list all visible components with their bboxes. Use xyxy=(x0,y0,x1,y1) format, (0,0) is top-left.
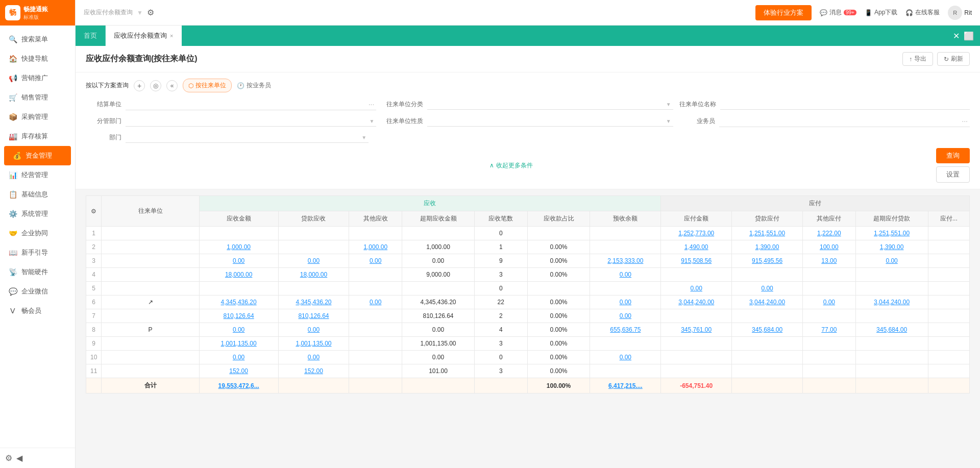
cell-other-ar[interactable] xyxy=(349,364,402,378)
add-scheme-button[interactable]: + xyxy=(134,80,145,91)
cell-loan-ap[interactable] xyxy=(732,351,803,364)
cell-other-ar[interactable] xyxy=(349,323,402,337)
cell-ap[interactable] xyxy=(661,268,732,282)
cell-loan-ap[interactable]: 1,390.00 xyxy=(732,240,803,254)
cell-prepay[interactable] xyxy=(590,282,661,295)
sidebar-item-nav[interactable]: 🏠快捷导航 xyxy=(0,49,75,68)
cell-ap[interactable]: 345,761.00 xyxy=(661,323,732,337)
scheme-by-staff[interactable]: 🕐 按业务员 xyxy=(237,81,271,90)
cell-ar[interactable]: 0.00 xyxy=(199,254,278,268)
cell-ar[interactable]: 18,000.00 xyxy=(199,268,278,282)
tab-maximize-icon[interactable]: ⬜ xyxy=(964,31,974,41)
cell-prepay[interactable]: 0.00 xyxy=(590,295,661,309)
cell-overdue-ap[interactable] xyxy=(855,309,928,323)
cell-other-ar[interactable] xyxy=(349,227,402,240)
cell-overdue-ap[interactable]: 1,390.00 xyxy=(855,240,928,254)
sidebar-item-coop[interactable]: 🤝企业协同 xyxy=(0,224,75,243)
salesman-input[interactable] xyxy=(721,117,962,125)
cell-loan-ar[interactable]: 0.00 xyxy=(278,323,349,337)
app-download-group[interactable]: 📱 App下载 xyxy=(865,8,897,17)
cell-loan-ar[interactable]: 0.00 xyxy=(278,351,349,364)
cell-other-ap[interactable]: 0.00 xyxy=(802,295,855,309)
sidebar-item-inventory[interactable]: 🏭库存核算 xyxy=(0,127,75,146)
target-icon-button[interactable]: ◎ xyxy=(150,80,161,91)
cell-other-ap[interactable]: 1,222.00 xyxy=(802,227,855,240)
cell-ar[interactable]: 4,345,436.20 xyxy=(199,295,278,309)
service-group[interactable]: 🎧 在线客服 xyxy=(905,8,940,17)
cell-other-ap[interactable]: 100.00 xyxy=(802,240,855,254)
sidebar-collapse-icon[interactable]: ◀ xyxy=(16,453,22,463)
cell-ap[interactable]: 1,490.00 xyxy=(661,240,732,254)
cell-prepay[interactable]: 2,153,333.00 xyxy=(590,254,661,268)
cell-ap[interactable]: 0.00 xyxy=(661,282,732,295)
partnername-input[interactable] xyxy=(722,101,968,108)
cell-loan-ap[interactable] xyxy=(732,337,803,351)
classify-select[interactable]: ▼ xyxy=(427,99,673,110)
cell-other-ar[interactable] xyxy=(349,268,402,282)
setting-button[interactable]: 设置 xyxy=(936,166,970,183)
cell-ap[interactable]: 3,044,240.00 xyxy=(661,295,732,309)
cell-ar[interactable]: 0.00 xyxy=(199,323,278,337)
tab-close-icon[interactable]: × xyxy=(170,33,173,39)
sidebar-item-marketing[interactable]: 📢营销推广 xyxy=(0,68,75,88)
cell-loan-ap[interactable] xyxy=(732,309,803,323)
cell-other-ap[interactable]: 77.00 xyxy=(802,323,855,337)
sidebar-item-guide[interactable]: 📖新手引导 xyxy=(0,243,75,262)
scheme-by-partner[interactable]: ⬡ 按往来单位 xyxy=(183,79,232,92)
cell-other-ar[interactable] xyxy=(349,351,402,364)
cell-other-ap[interactable] xyxy=(802,268,855,282)
cell-loan-ap[interactable] xyxy=(732,268,803,282)
cell-overdue-ap[interactable] xyxy=(855,282,928,295)
nature-select[interactable]: ▼ xyxy=(427,116,673,127)
sidebar-item-sales[interactable]: 🛒销售管理 xyxy=(0,88,75,107)
dept-select[interactable]: ▼ xyxy=(126,116,376,127)
cell-ar[interactable]: 1,000.00 xyxy=(199,240,278,254)
cell-overdue-ap[interactable] xyxy=(855,268,928,282)
dept-input[interactable] xyxy=(128,117,369,125)
query-button[interactable]: 查询 xyxy=(936,148,970,163)
user-avatar[interactable]: R Rit xyxy=(948,6,972,20)
sidebar-settings-icon[interactable]: ⚙ xyxy=(5,453,12,463)
sidebar-item-business[interactable]: 📊经营管理 xyxy=(0,165,75,185)
cell-other-ar[interactable] xyxy=(349,282,402,295)
promo-button[interactable]: 体验行业方案 xyxy=(755,5,812,20)
cell-ap[interactable] xyxy=(661,309,732,323)
tab-home[interactable]: 首页 xyxy=(76,26,106,46)
cell-prepay[interactable] xyxy=(590,227,661,240)
message-group[interactable]: 💬 消息 99+ xyxy=(820,8,856,17)
cell-loan-ar[interactable]: 0.00 xyxy=(278,254,349,268)
sidebar-item-wechat[interactable]: 💬企业微信 xyxy=(0,282,75,301)
collapse-button[interactable]: ∧ 收起更多条件 xyxy=(489,161,533,170)
cell-other-ar[interactable]: 0.00 xyxy=(349,295,402,309)
cell-ap[interactable] xyxy=(661,337,732,351)
refresh-button[interactable]: ↻ 刷新 xyxy=(937,52,970,66)
tab-close-window-icon[interactable]: ✕ xyxy=(953,31,960,41)
sidebar-item-search[interactable]: 🔍搜索菜单 xyxy=(0,30,75,49)
cell-loan-ar[interactable]: 810,126.64 xyxy=(278,309,349,323)
cell-ar[interactable]: 810,126.64 xyxy=(199,309,278,323)
sidebar-item-member[interactable]: Ⅴ畅会员 xyxy=(0,301,75,321)
cell-overdue-ap[interactable]: 3,044,240.00 xyxy=(855,295,928,309)
cell-loan-ar[interactable]: 4,345,436.20 xyxy=(278,295,349,309)
cell-prepay[interactable]: 655,636.75 xyxy=(590,323,661,337)
cell-loan-ar[interactable]: 152.00 xyxy=(278,364,349,378)
department-input[interactable] xyxy=(128,134,361,141)
cell-ap[interactable] xyxy=(661,364,732,378)
cell-ar[interactable]: 152.00 xyxy=(199,364,278,378)
sidebar-item-hardware[interactable]: 📡智能硬件 xyxy=(0,262,75,282)
th-settings[interactable]: ⚙ xyxy=(86,196,102,227)
cell-other-ar[interactable]: 0.00 xyxy=(349,254,402,268)
sidebar-item-system[interactable]: ⚙️系统管理 xyxy=(0,204,75,224)
table-settings-icon[interactable]: ⚙ xyxy=(91,208,96,215)
cell-loan-ap[interactable]: 3,044,240.00 xyxy=(732,295,803,309)
cell-loan-ar[interactable]: 18,000.00 xyxy=(278,268,349,282)
cell-ap[interactable]: 915,508.56 xyxy=(661,254,732,268)
cell-loan-ar[interactable] xyxy=(278,240,349,254)
cell-prepay[interactable]: 0.00 xyxy=(590,309,661,323)
cell-loan-ap[interactable]: 1,251,551.00 xyxy=(732,227,803,240)
cell-loan-ap[interactable]: 915,495.56 xyxy=(732,254,803,268)
cell-other-ap[interactable] xyxy=(802,351,855,364)
cell-other-ap[interactable] xyxy=(802,309,855,323)
cell-overdue-ap[interactable] xyxy=(855,364,928,378)
cell-other-ar[interactable]: 1,000.00 xyxy=(349,240,402,254)
